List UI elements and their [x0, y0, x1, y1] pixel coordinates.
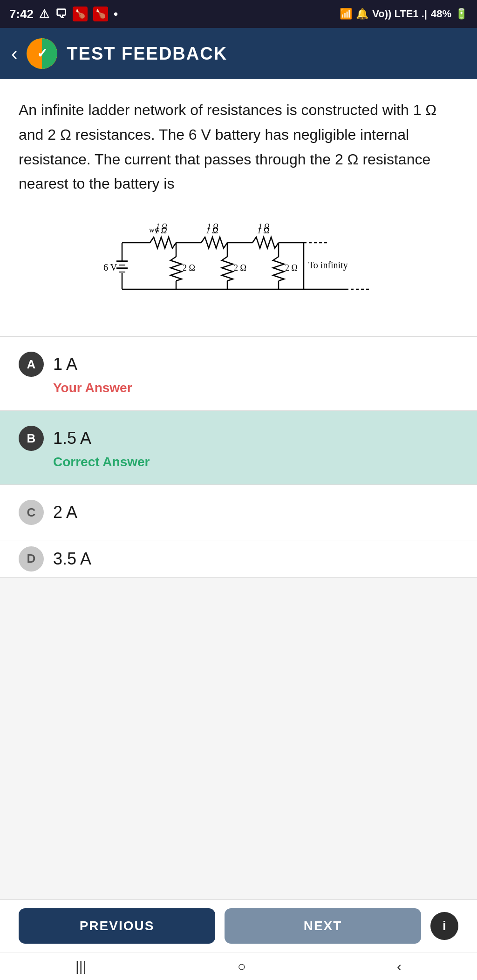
- time-display: 7:42: [9, 7, 34, 21]
- svg-text:2 Ω: 2 Ω: [234, 263, 246, 272]
- app-icon-1: 🍗: [73, 7, 88, 21]
- svg-text:1 Ω: 1 Ω: [207, 222, 218, 230]
- option-b-row: B 1.5 A: [19, 426, 458, 451]
- option-a-value: 1 A: [53, 354, 77, 374]
- app-icon-2: 🍗: [93, 7, 108, 21]
- status-bar: 7:42 ⚠ 🗨 🍗 🍗 • 📶 🔔 Vo)) LTE1 .| 48% 🔋: [0, 0, 477, 28]
- option-c[interactable]: C 2 A: [0, 485, 477, 540]
- option-a-tag: Your Answer: [53, 381, 458, 395]
- svg-text:6 V: 6 V: [103, 262, 117, 272]
- main-content: An infinite ladder network of resistance…: [0, 79, 477, 336]
- circuit-diagram: 1 Ω ww 1 Ω 1 Ω 6 V: [19, 210, 458, 313]
- back-nav-button[interactable]: ‹: [397, 959, 402, 974]
- network-icon: 🔔: [356, 8, 368, 20]
- option-d[interactable]: D 3.5 A: [0, 540, 477, 578]
- recent-apps-button[interactable]: |||: [75, 959, 86, 974]
- signal-icon: Vo)) LTE1 .|: [372, 8, 427, 20]
- svg-text:1 Ω: 1 Ω: [156, 222, 167, 230]
- app-logo: ✓: [27, 38, 57, 69]
- option-a-circle: A: [19, 352, 44, 377]
- status-left: 7:42 ⚠ 🗨 🍗 🍗 •: [9, 7, 118, 21]
- next-button[interactable]: NEXT: [225, 908, 421, 944]
- option-d-label: D: [27, 551, 36, 566]
- chat-icon: 🗨: [55, 7, 67, 21]
- circuit-svg: 1 Ω ww 1 Ω 1 Ω 6 V: [103, 215, 374, 308]
- svg-text:To infinity: To infinity: [308, 260, 348, 271]
- option-c-row: C 2 A: [19, 500, 458, 525]
- home-button[interactable]: ○: [238, 959, 246, 974]
- svg-text:2 Ω: 2 Ω: [183, 263, 195, 272]
- option-d-circle: D: [19, 546, 44, 572]
- options-container: A 1 A Your Answer B 1.5 A Correct Answer…: [0, 337, 477, 578]
- svg-text:✓: ✓: [37, 46, 48, 61]
- previous-button[interactable]: PREVIOUS: [19, 908, 215, 944]
- question-text: An infinite ladder network of resistance…: [19, 98, 458, 196]
- option-b-tag: Correct Answer: [53, 455, 458, 470]
- info-button[interactable]: i: [430, 912, 458, 940]
- page-title: TEST FEEDBACK: [67, 44, 227, 64]
- battery-display: 48%: [431, 8, 451, 20]
- logo-svg: ✓: [27, 38, 57, 69]
- option-a[interactable]: A 1 A Your Answer: [0, 337, 477, 411]
- option-c-circle: C: [19, 500, 44, 525]
- back-button[interactable]: ‹: [11, 44, 17, 63]
- option-b-circle: B: [19, 426, 44, 451]
- wifi-icon: 📶: [340, 8, 352, 20]
- bottom-navigation: PREVIOUS NEXT i: [0, 899, 477, 952]
- alert-icon: ⚠: [39, 7, 49, 20]
- option-b-value: 1.5 A: [53, 429, 91, 448]
- option-b-label: B: [27, 431, 36, 446]
- option-a-row: A 1 A: [19, 352, 458, 377]
- dot-indicator: •: [114, 7, 118, 21]
- option-a-label: A: [27, 357, 36, 372]
- svg-text:2 Ω: 2 Ω: [285, 263, 298, 272]
- option-c-value: 2 A: [53, 503, 77, 522]
- option-d-value: 3.5 A: [53, 549, 91, 569]
- svg-text:1 Ω: 1 Ω: [259, 222, 270, 230]
- option-c-label: C: [27, 505, 36, 520]
- battery-icon: 🔋: [455, 8, 468, 20]
- option-b[interactable]: B 1.5 A Correct Answer: [0, 411, 477, 485]
- header: ‹ ✓ TEST FEEDBACK: [0, 28, 477, 79]
- system-nav-bar: ||| ○ ‹: [0, 952, 477, 980]
- status-right: 📶 🔔 Vo)) LTE1 .| 48% 🔋: [340, 8, 468, 20]
